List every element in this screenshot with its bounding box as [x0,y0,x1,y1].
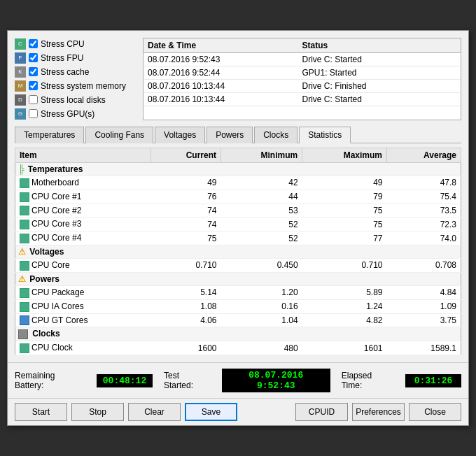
log-datetime-4: 08.07.2016 10:13:44 [148,94,302,104]
table-row: CPU Clock 160048016011589.1 [15,341,461,355]
close-button[interactable]: Close [409,403,461,421]
section-powers: ⚠ Powers [15,272,461,285]
stress-fpu-item: F Stress FPU [15,52,137,64]
section-temperatures: ╠ Temperatures [15,162,461,176]
table-row: CPU Core #2 74537573.5 [15,204,461,218]
stress-mem-item: M Stress system memory [15,80,137,92]
log-status-2: GPU1: Started [302,68,457,78]
test-started-value: 08.07.2016 9:52:43 [222,369,330,392]
tab-cooling-fans[interactable]: Cooling Fans [85,127,153,143]
cpu-icon: C [15,38,26,50]
stats-table: Item Current Minimum Maximum Average ╠ T… [15,148,461,355]
table-row: CPU Core #1 76447975.4 [15,190,461,204]
stress-cpu-item: C Stress CPU [15,38,137,50]
remaining-battery-value: 00:48:12 [97,374,153,387]
remaining-battery-label: Remaining Battery: [15,371,85,390]
item-icon [20,288,29,298]
stress-cache-label: Stress cache [41,67,89,77]
gpu-icon: G [15,108,26,120]
tab-temperatures[interactable]: Temperatures [15,127,84,143]
stress-mem-checkbox[interactable] [29,81,38,90]
top-section: C Stress CPU F Stress FPU K Stress cache… [15,38,461,120]
log-status-3: Drive C: Finished [302,81,457,91]
log-datetime-2: 08.07.2016 9:52:44 [148,68,302,78]
stress-cpu-checkbox[interactable] [29,39,38,48]
log-header: Date & Time Status [144,38,461,53]
stress-disk-item: D Stress local disks [15,94,137,106]
right-buttons: CPUID Preferences Close [295,403,461,421]
warn-icon: ⚠ [18,274,26,284]
elapsed-time-value: 0:31:26 [405,374,461,387]
log-panel: Date & Time Status 08.07.2016 9:52:43 Dr… [143,38,461,120]
stress-fpu-checkbox[interactable] [29,53,38,62]
col-item: Item [15,148,151,162]
item-icon [20,220,29,229]
table-row: CPU Package 5.141.205.894.84 [15,285,461,299]
status-bar: Remaining Battery: 00:48:12 Test Started… [8,362,468,398]
table-row: CPU Core 0.7100.4500.7100.708 [15,259,461,273]
tab-voltages[interactable]: Voltages [155,127,205,143]
stress-options: C Stress CPU F Stress FPU K Stress cache… [15,38,137,120]
fpu-icon: F [15,52,26,64]
table-row: CPU GT Cores 4.061.044.823.75 [15,313,461,327]
item-icon [20,178,29,188]
preferences-button[interactable]: Preferences [352,403,405,421]
stress-gpu-checkbox[interactable] [29,109,38,118]
log-header-datetime: Date & Time [148,41,302,50]
start-button[interactable]: Start [15,403,67,421]
log-row: 08.07.2016 10:13:44 Drive C: Started [144,93,461,106]
col-minimum: Minimum [221,148,302,162]
stress-cpu-label: Stress CPU [41,39,85,49]
item-icon [20,343,29,353]
log-datetime-1: 08.07.2016 9:52:43 [148,55,302,64]
col-current: Current [151,148,221,162]
table-row: CPU Core #4 75527774.0 [15,231,461,245]
stress-disk-checkbox[interactable] [29,95,38,104]
stress-cache-item: K Stress cache [15,66,137,78]
col-maximum: Maximum [302,148,387,162]
item-icon [20,302,29,312]
elapsed-time-label: Elapsed Time: [342,371,394,390]
log-header-status: Status [302,41,457,50]
table-row: Motherboard 49424947.8 [15,176,461,190]
mem-icon: M [15,80,26,92]
tab-clocks[interactable]: Clocks [254,127,298,143]
stress-mem-label: Stress system memory [41,81,126,91]
item-icon [20,234,29,243]
section-clocks: Clocks [15,327,461,341]
cache-icon: K [15,66,26,78]
tab-powers[interactable]: Powers [206,127,253,143]
log-row: 08.07.2016 10:13:44 Drive C: Finished [144,80,461,93]
stress-cache-checkbox[interactable] [29,67,38,76]
stress-gpu-item: G Stress GPU(s) [15,108,137,120]
item-icon [20,261,29,271]
table-row: CPU IA Cores 1.080.161.241.09 [15,299,461,313]
log-row: 08.07.2016 9:52:44 GPU1: Started [144,66,461,80]
cpuid-button[interactable]: CPUID [295,403,348,421]
clear-button[interactable]: Clear [128,403,181,421]
clock-icon [18,329,28,339]
item-icon [20,315,29,325]
warn-icon: ⚠ [18,247,26,257]
stress-disk-label: Stress local disks [41,95,106,105]
log-status-4: Drive C: Started [302,94,457,104]
main-window: C Stress CPU F Stress FPU K Stress cache… [7,30,469,426]
save-button[interactable]: Save [185,403,237,421]
item-icon [20,206,29,215]
col-average: Average [387,148,461,162]
tree-icon: ╠ [18,164,24,174]
button-bar: Start Stop Clear Save CPUID Preferences … [8,398,468,425]
section-voltages: ⚠ Voltages [15,245,461,259]
log-status-1: Drive C: Started [302,55,457,64]
left-buttons: Start Stop Clear Save [15,403,237,421]
tabs-bar: Temperatures Cooling Fans Voltages Power… [15,126,461,143]
test-started-label: Test Started: [164,371,211,390]
tab-statistics[interactable]: Statistics [299,127,351,143]
content-area: C Stress CPU F Stress FPU K Stress cache… [8,31,468,362]
stop-button[interactable]: Stop [71,403,124,421]
log-row: 08.07.2016 9:52:43 Drive C: Started [144,53,461,66]
log-datetime-3: 08.07.2016 10:13:44 [148,81,302,91]
stress-fpu-label: Stress FPU [41,53,83,63]
table-row: CPU Core #3 74527572.3 [15,218,461,231]
disk-icon: D [15,94,26,106]
